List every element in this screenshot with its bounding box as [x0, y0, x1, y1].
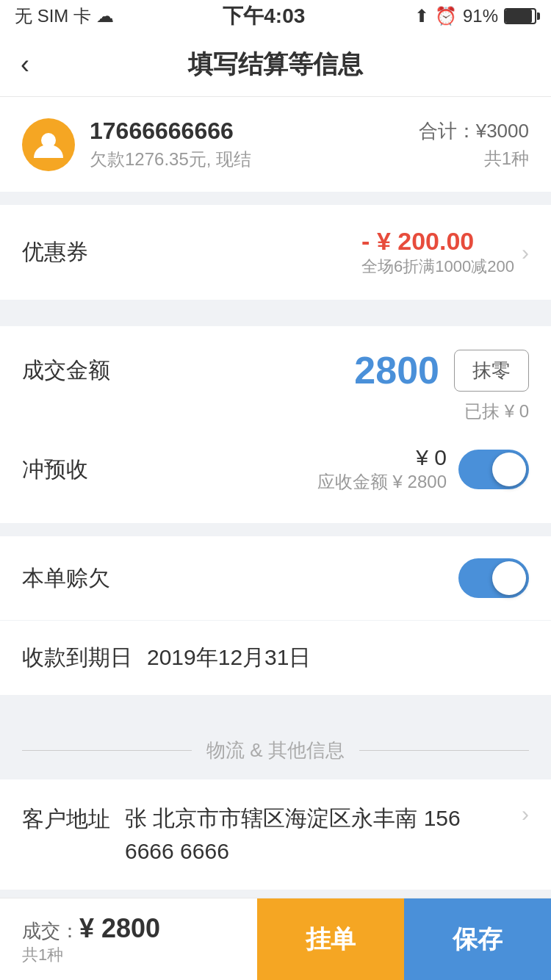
coupon-right: - ¥ 200.00 全场6折满1000减200 ›	[361, 227, 529, 278]
customer-left: 17666666666 欠款1276.35元, 现结	[22, 118, 251, 171]
save-button[interactable]: 保存	[404, 898, 551, 981]
content-area: 17666666666 欠款1276.35元, 现结 合计：¥3000 共1种 …	[0, 97, 551, 980]
coupon-desc: 全场6折满1000减200	[361, 256, 514, 278]
avatar	[22, 118, 75, 171]
advance-toggle[interactable]	[458, 450, 529, 489]
address-section[interactable]: 客户地址 张 北京市市辖区海淀区永丰南 156 6666 6666 ›	[0, 779, 551, 890]
page-title: 填写结算等信息	[188, 48, 363, 82]
deal-amount-sub: 已抹 ¥ 0	[22, 400, 529, 423]
nav-bar: ‹ 填写结算等信息	[0, 32, 551, 97]
sim-status: 无 SIM 卡 ☁	[15, 4, 114, 28]
bottom-bar: 成交：¥ 2800 共1种 挂单 保存	[0, 898, 551, 980]
logistics-label: 物流 & 其他信息	[206, 738, 345, 763]
debt-label: 本单赊欠	[22, 563, 110, 594]
deal-amount-value-group: 2800 抹零	[354, 348, 529, 392]
advance-sub: 应收金额 ¥ 2800	[317, 470, 447, 494]
due-date-value: 2019年12月31日	[147, 643, 311, 673]
amount-section: 成交金额 2800 抹零 已抹 ¥ 0 冲预收 ¥ 0 应收金额 ¥ 2800	[0, 326, 551, 523]
total-count: 共1种	[419, 147, 529, 170]
bottom-deal-label: 成交：¥ 2800	[22, 913, 235, 944]
section-divider-2	[0, 523, 551, 536]
status-bar: 无 SIM 卡 ☁ 下午4:03 ⬆ ⏰ 91%	[0, 0, 551, 32]
due-date-label: 收款到期日	[22, 643, 132, 673]
chevron-right-icon: ›	[522, 240, 529, 265]
advance-row: 冲预收 ¥ 0 应收金额 ¥ 2800	[22, 438, 529, 501]
due-date-section: 收款到期日 2019年12月31日	[0, 621, 551, 695]
hold-button[interactable]: 挂单	[257, 898, 404, 981]
address-content: 张 北京市市辖区海淀区永丰南 156 6666 6666	[125, 801, 507, 868]
advance-label: 冲预收	[22, 455, 88, 485]
divider-line-right	[359, 750, 529, 751]
bottom-count: 共1种	[22, 944, 235, 966]
battery-percent: 91%	[463, 6, 498, 26]
divider-line-left	[22, 750, 192, 751]
customer-phone: 17666666666	[90, 118, 251, 145]
deal-amount-row: 成交金额 2800 抹零	[22, 348, 529, 392]
status-right: ⬆ ⏰ 91%	[414, 6, 536, 26]
coupon-row[interactable]: 优惠券 - ¥ 200.00 全场6折满1000减200 ›	[0, 205, 551, 300]
debt-section: 本单赊欠	[0, 536, 551, 620]
battery-icon	[504, 8, 536, 24]
total-label: 合计：¥3000	[419, 118, 529, 144]
back-button[interactable]: ‹	[21, 49, 29, 80]
address-text: 张 北京市市辖区海淀区永丰南 156 6666 6666	[125, 801, 507, 868]
location-icon: ⬆	[414, 6, 429, 26]
customer-info: 17666666666 欠款1276.35元, 现结	[90, 118, 251, 171]
alarm-icon: ⏰	[435, 6, 457, 26]
section-divider-4	[0, 708, 551, 721]
deal-amount-label: 成交金额	[22, 356, 110, 386]
customer-right: 合计：¥3000 共1种	[419, 118, 529, 170]
address-chevron-icon: ›	[522, 801, 529, 826]
advance-toggle-knob	[492, 453, 526, 486]
bottom-deal-amount: ¥ 2800	[79, 913, 160, 943]
round-button[interactable]: 抹零	[454, 350, 529, 392]
address-label: 客户地址	[22, 801, 110, 835]
coupon-discount: - ¥ 200.00	[361, 227, 514, 256]
debt-toggle[interactable]	[458, 558, 529, 598]
advance-amount-group: ¥ 0 应收金额 ¥ 2800	[317, 445, 447, 494]
deal-amount-value: 2800	[354, 348, 439, 392]
customer-card: 17666666666 欠款1276.35元, 现结 合计：¥3000 共1种	[0, 97, 551, 192]
bottom-summary: 成交：¥ 2800 共1种	[0, 913, 257, 966]
customer-debt: 欠款1276.35元, 现结	[90, 148, 251, 171]
debt-toggle-knob	[492, 561, 526, 595]
status-time: 下午4:03	[223, 2, 305, 30]
section-divider-1	[0, 313, 551, 326]
advance-right: ¥ 0 应收金额 ¥ 2800	[317, 445, 529, 494]
logistics-divider: 物流 & 其他信息	[0, 721, 551, 779]
status-left: 无 SIM 卡 ☁	[15, 4, 114, 28]
advance-amount: ¥ 0	[317, 445, 447, 470]
coupon-label: 优惠券	[22, 237, 88, 267]
